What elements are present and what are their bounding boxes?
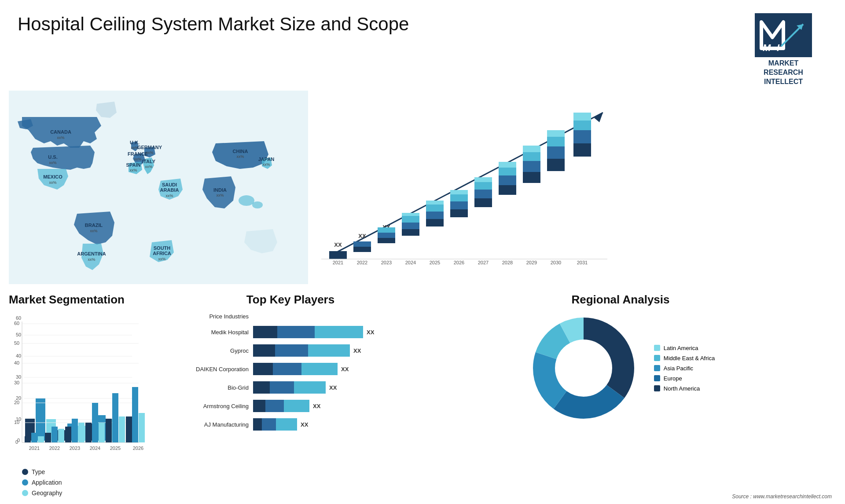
segmentation-chart-proper: 0 10 20 30 40 50 60 [9,313,176,462]
legend-asia-pacific: Asia Pacific [654,365,715,372]
logo-text: MARKET RESEARCH INTELLECT [764,59,803,86]
europe-label: Europe [664,375,682,382]
north-america-label: North America [664,385,700,392]
svg-rect-67 [547,159,565,171]
bar-seg2-biogrid [270,381,294,394]
bar-seg2-medik [277,326,315,338]
bar-seg1-medik [253,326,277,338]
svg-rect-48 [426,212,444,219]
svg-text:xx%: xx% [262,162,270,167]
svg-text:M: M [763,42,771,53]
bar-seg1-daiken [253,363,273,375]
svg-rect-51 [450,209,468,217]
player-name-armstrong: Armstrong Ceiling [185,403,253,409]
source-text: Source : www.marketresearchintellect.com [732,493,832,500]
svg-text:2026: 2026 [454,260,464,265]
svg-rect-69 [547,137,565,146]
mexico-label: MEXICO [43,174,62,179]
svg-rect-52 [450,201,468,209]
svg-text:2021: 2021 [29,446,40,451]
svg-text:XX: XX [334,241,342,248]
player-bar-medik: XX [253,326,396,338]
segmentation-title: Market Segmentation [9,293,176,307]
svg-rect-72 [573,130,591,143]
svg-rect-59 [499,185,516,195]
player-bar-armstrong: XX [253,400,396,412]
svg-rect-44 [402,223,419,229]
svg-text:40: 40 [14,360,19,365]
legend-application: Application [22,479,176,486]
us-label: U.S. [48,154,57,160]
svg-rect-37 [329,251,347,259]
player-name-daiken: DAIKEN Corporation [185,366,253,373]
legend-geography: Geography [22,489,176,497]
svg-rect-139 [99,423,105,442]
application-dot [22,479,28,486]
svg-rect-57 [474,182,492,190]
middle-east-africa-dot [654,355,660,361]
svg-text:2030: 2030 [551,260,561,265]
svg-rect-50 [426,201,444,205]
europe-dot [654,375,660,381]
svg-text:2023: 2023 [381,260,392,265]
svg-text:2023: 2023 [70,446,80,451]
svg-rect-133 [58,429,64,442]
svg-text:XX: XX [358,233,366,239]
svg-text:2028: 2028 [502,260,513,265]
application-label: Application [32,479,62,486]
player-bar-biogrid: XX [253,381,396,394]
svg-marker-25 [594,113,603,122]
player-name-medik: Medik Hospital [185,329,253,336]
svg-text:2022: 2022 [357,260,367,265]
bar-seg1-armstrong [253,400,265,412]
svg-rect-56 [474,190,492,198]
players-section: Top Key Players Price Industries Medik H… [176,293,405,504]
france-label: FRANCE [128,151,148,157]
southafrica-label2: AFRICA [153,251,171,256]
svg-rect-54 [450,190,468,194]
player-row-aj: AJ Manufacturing XX [185,418,396,431]
player-row-daiken: DAIKEN Corporation XX [185,363,396,375]
bar-seg2-aj [262,418,276,431]
saudi-label: SAUDI [162,182,177,187]
north-america-dot [654,385,660,391]
svg-point-8 [252,201,263,208]
players-title: Top Key Players [185,293,396,307]
svg-rect-73 [573,121,591,130]
legend-latin-america: Latin America [654,345,715,351]
player-bar-aj: XX [253,418,396,431]
japan-label: JAPAN [258,157,275,162]
svg-rect-141 [112,393,118,442]
bar-seg2-daiken [273,363,301,375]
bar-seg3-armstrong [284,400,309,412]
player-row-gyproc: Gyproc XX [185,344,396,357]
regional-section: Regional Analysis [405,293,836,504]
svg-text:50: 50 [14,340,19,346]
svg-text:60: 60 [14,321,19,326]
asia-pacific-label: Asia Pacific [664,365,693,372]
svg-rect-137 [85,423,92,442]
svg-text:2025: 2025 [430,260,440,265]
bar-seg1-biogrid [253,381,270,394]
player-xx-armstrong: XX [313,403,320,409]
svg-text:xx%: xx% [216,193,224,197]
latin-america-label: Latin America [664,345,698,351]
india-label: INDIA [213,187,227,193]
bar-seg3-daiken [301,363,338,375]
svg-rect-134 [65,427,71,442]
svg-rect-136 [78,423,84,442]
svg-rect-63 [523,172,540,183]
legend-north-america: North America [654,385,715,392]
svg-rect-71 [573,143,591,157]
svg-text:2024: 2024 [405,260,416,265]
bar-seg3-medik [315,326,363,338]
player-name-aj: AJ Manufacturing [185,421,253,428]
svg-text:xx%: xx% [88,257,95,262]
player-xx-medik: XX [367,329,374,336]
type-label: Type [32,468,45,475]
bar-seg1-gyproc [253,344,275,357]
legend-middle-east-africa: Middle East & Africa [654,355,715,362]
svg-rect-61 [499,168,516,175]
player-xx-aj: XX [301,421,308,428]
bar-seg2-armstrong [265,400,284,412]
